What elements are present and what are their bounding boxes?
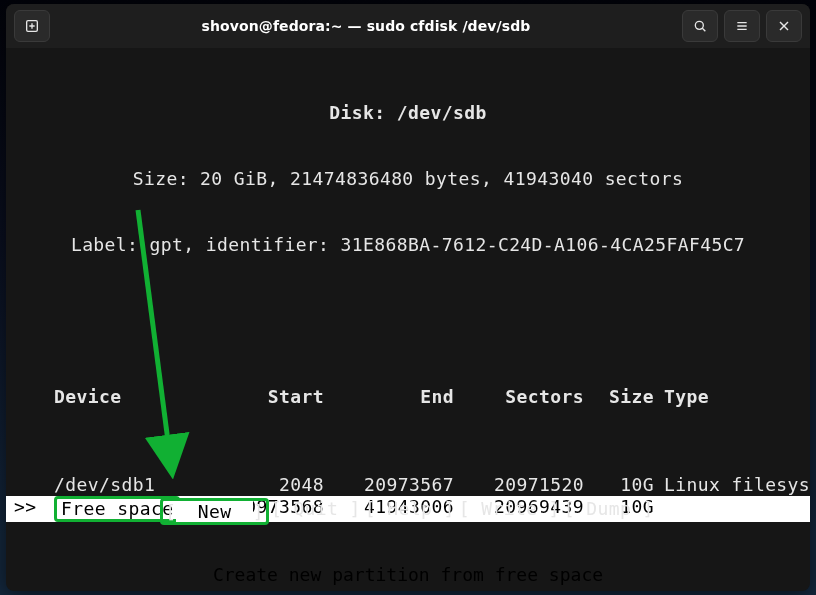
col-start: Start: [204, 386, 334, 408]
cell-sectors: 20971520: [464, 474, 594, 496]
hamburger-icon: [734, 18, 750, 34]
menu-write[interactable]: [ Write ]: [457, 498, 562, 525]
terminal-window: shovon@fedora:~ — sudo cfdisk /dev/sdb: [6, 4, 810, 591]
close-button[interactable]: [766, 10, 802, 42]
action-menu: [ New ] [ Quit ] [ Help ] [ Write ] [ Du…: [6, 498, 810, 525]
row-marker: [14, 474, 54, 496]
svg-point-3: [695, 21, 703, 29]
cell-end: 20973567: [334, 474, 464, 496]
cell-type: Linux filesystem: [664, 474, 810, 496]
label-line: Label: gpt, identifier: 31E868BA-7612-C2…: [6, 234, 810, 256]
search-icon: [692, 18, 708, 34]
col-device: Device: [54, 386, 204, 408]
hint-line: Create new partition from free space: [6, 564, 810, 585]
new-tab-icon: [24, 18, 40, 34]
disk-line: Disk: /dev/sdb: [6, 102, 810, 124]
cell-size: 10G: [594, 474, 664, 496]
table-row[interactable]: /dev/sdb12048209735672097152010GLinux fi…: [6, 474, 810, 496]
menu-button[interactable]: [724, 10, 760, 42]
menu-label: New: [176, 501, 252, 522]
size-line: Size: 20 GiB, 21474836480 bytes, 4194304…: [6, 168, 810, 190]
menu-dump[interactable]: [ Dump ]: [562, 498, 656, 525]
close-icon: [776, 18, 792, 34]
titlebar: shovon@fedora:~ — sudo cfdisk /dev/sdb: [6, 4, 810, 48]
search-button[interactable]: [682, 10, 718, 42]
new-tab-button[interactable]: [14, 10, 50, 42]
terminal-body[interactable]: Disk: /dev/sdb Size: 20 GiB, 21474836480…: [6, 48, 810, 566]
cell-start: 2048: [204, 474, 334, 496]
col-end: End: [334, 386, 464, 408]
col-type: Type: [664, 386, 802, 408]
menu-help[interactable]: [ Help ]: [363, 498, 457, 525]
window-title: shovon@fedora:~ — sudo cfdisk /dev/sdb: [58, 18, 674, 34]
cell-device: /dev/sdb1: [54, 474, 204, 496]
menu-quit[interactable]: [ Quit ]: [269, 498, 363, 525]
svg-line-4: [702, 28, 705, 31]
table-header: Device Start End Sectors Size Type: [6, 386, 810, 408]
menu-new[interactable]: [ New ]: [160, 498, 269, 525]
col-sectors: Sectors: [464, 386, 594, 408]
col-size: Size: [594, 386, 664, 408]
